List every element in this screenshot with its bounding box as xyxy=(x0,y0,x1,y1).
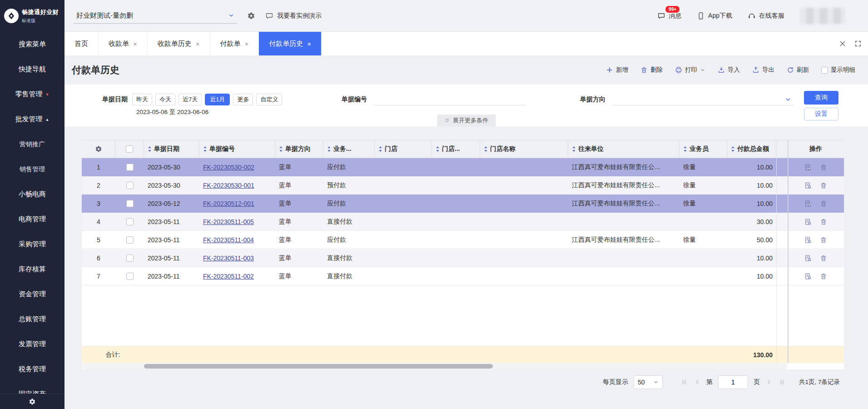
toolbar-print-button[interactable]: 打印 xyxy=(675,66,705,74)
settings-button[interactable]: 设置 xyxy=(804,108,838,120)
doc-no-link[interactable]: FK-20230511-003 xyxy=(203,254,254,262)
table-row[interactable]: 52023-05-11FK-20230511-004蓝单应付款江西真可爱布娃娃有… xyxy=(82,231,844,249)
date-option[interactable]: 更多 xyxy=(233,94,253,105)
view-detail-icon[interactable] xyxy=(804,254,812,262)
toolbar-show-detail-button[interactable]: 显示明细 xyxy=(821,66,855,74)
sort-icon[interactable] xyxy=(203,146,207,152)
column-header-salesman[interactable]: 业务员 xyxy=(680,140,727,158)
row-checkbox[interactable] xyxy=(126,200,134,207)
delete-row-icon[interactable] xyxy=(820,273,827,280)
column-header-amount[interactable]: 付款总金额 xyxy=(727,140,776,158)
date-option[interactable]: 近1月 xyxy=(205,94,230,105)
messages-button[interactable]: 99+ 消息 xyxy=(657,12,681,20)
sort-icon[interactable] xyxy=(436,146,440,152)
tab-item[interactable]: 付款单× xyxy=(210,32,259,55)
toolbar-delete-button[interactable]: 删除 xyxy=(640,66,663,74)
doc-no-link[interactable]: FK-20230512-001 xyxy=(203,200,254,207)
table-row[interactable]: 22023-05-30FK-20230530-001蓝单预付款江西真可爱布娃娃有… xyxy=(82,176,844,195)
view-detail-icon[interactable] xyxy=(804,200,812,207)
sidebar-settings-bar[interactable] xyxy=(0,394,64,409)
sidebar-item[interactable]: 库存核算 xyxy=(0,257,64,282)
tab-item[interactable]: 收款单历史× xyxy=(148,32,210,55)
toolbar-add-button[interactable]: 新增 xyxy=(606,66,628,74)
sidebar-item[interactable]: 批发管理▲ xyxy=(0,107,64,132)
date-option[interactable]: 今天 xyxy=(155,94,175,105)
date-option[interactable]: 昨天 xyxy=(132,94,152,105)
toolbar-import-button[interactable]: 导入 xyxy=(718,66,740,74)
sort-icon[interactable] xyxy=(484,146,488,152)
sort-icon[interactable] xyxy=(731,146,735,152)
close-tab-icon[interactable] xyxy=(839,40,846,47)
sidebar-item[interactable]: 采购管理 xyxy=(0,232,64,257)
table-row[interactable]: 32023-05-12FK-20230512-001蓝单应付款江西真可爱布娃娃有… xyxy=(82,195,844,213)
delete-row-icon[interactable] xyxy=(820,164,827,171)
table-row[interactable]: 62023-05-11FK-20230511-003蓝单直接付款10.00 xyxy=(82,249,844,267)
column-header-store2[interactable]: 门店... xyxy=(432,140,480,158)
gear-icon[interactable] xyxy=(29,398,36,405)
doc-no-link[interactable]: FK-20230511-004 xyxy=(203,236,254,244)
column-header-date[interactable]: 单据日期 xyxy=(144,140,199,158)
column-header-doc_no[interactable]: 单据编号 xyxy=(199,140,275,158)
sort-icon[interactable] xyxy=(148,146,152,152)
table-row[interactable]: 12023-05-30FK-20230530-002蓝单应付款江西真可爱布娃娃有… xyxy=(82,158,844,176)
column-header-store[interactable]: 门店 xyxy=(375,140,432,158)
toolbar-export-button[interactable]: 导出 xyxy=(752,66,774,74)
prev-page-icon[interactable] xyxy=(694,379,701,386)
toolbar-refresh-button[interactable]: 刷新 xyxy=(787,66,809,74)
tab-item[interactable]: 首页 xyxy=(64,32,99,55)
table-settings-icon[interactable] xyxy=(95,145,102,153)
sidebar-item[interactable]: 总账管理 xyxy=(0,307,64,332)
row-checkbox[interactable] xyxy=(126,218,134,225)
sidebar-item[interactable]: 小畅电商 xyxy=(0,182,64,207)
doc-no-link[interactable]: FK-20230530-002 xyxy=(203,164,254,171)
first-page-icon[interactable] xyxy=(681,379,688,386)
sidebar-item[interactable]: 资金管理 xyxy=(0,282,64,307)
tab-active[interactable]: 付款单历史× xyxy=(259,32,321,55)
table-row[interactable]: 72023-05-11FK-20230511-002蓝单直接付款10.00 xyxy=(82,267,844,285)
close-tab-icon[interactable]: × xyxy=(133,40,137,48)
doc-no-link[interactable]: FK-20230530-001 xyxy=(203,182,254,189)
sidebar-item[interactable]: 营销推广 xyxy=(0,132,64,157)
sidebar-item[interactable]: 发票管理 xyxy=(0,332,64,357)
column-header-direction[interactable]: 单据方向 xyxy=(275,140,323,158)
doc-no-link[interactable]: FK-20230511-005 xyxy=(203,218,254,225)
org-selector[interactable]: 好业财测试-量勿删 xyxy=(74,8,237,24)
column-header-biz_type[interactable]: 业务... xyxy=(323,140,375,158)
tab-item[interactable]: 收款单× xyxy=(99,32,148,55)
view-detail-icon[interactable] xyxy=(804,164,812,171)
row-checkbox[interactable] xyxy=(126,182,134,189)
app-download-button[interactable]: App下载 xyxy=(697,12,732,20)
doc-no-input[interactable] xyxy=(373,94,526,105)
view-detail-icon[interactable] xyxy=(804,218,812,225)
sidebar-item[interactable]: 快捷导航 xyxy=(0,57,64,82)
date-option[interactable]: 自定义 xyxy=(256,94,282,105)
row-checkbox[interactable] xyxy=(126,236,134,244)
expand-more-button[interactable]: 展开更多条件 xyxy=(437,115,496,126)
row-checkbox[interactable] xyxy=(126,273,134,280)
fullscreen-icon[interactable] xyxy=(854,40,862,47)
sort-icon[interactable] xyxy=(572,146,576,152)
select-all-checkbox[interactable] xyxy=(126,145,133,153)
sidebar-item[interactable]: 税务管理 xyxy=(0,357,64,382)
date-option[interactable]: 近7天 xyxy=(179,94,202,105)
last-page-icon[interactable] xyxy=(778,379,785,386)
doc-no-link[interactable]: FK-20230511-002 xyxy=(203,273,254,280)
delete-row-icon[interactable] xyxy=(820,218,827,225)
delete-row-icon[interactable] xyxy=(820,200,827,207)
user-name-redacted[interactable] xyxy=(800,8,845,24)
query-button[interactable]: 查询 xyxy=(804,91,838,105)
sort-icon[interactable] xyxy=(378,146,382,152)
sort-icon[interactable] xyxy=(327,146,331,152)
page-input[interactable] xyxy=(718,375,748,389)
direction-select[interactable] xyxy=(612,94,794,105)
close-tab-icon[interactable]: × xyxy=(245,40,249,48)
table-row[interactable]: 42023-05-11FK-20230511-005蓝单直接付款30.00 xyxy=(82,213,844,231)
sidebar-item[interactable]: 搜索菜单 xyxy=(0,32,64,57)
view-detail-icon[interactable] xyxy=(804,236,812,244)
row-checkbox[interactable] xyxy=(126,164,134,171)
show-detail-checkbox[interactable] xyxy=(821,67,828,74)
sort-icon[interactable] xyxy=(683,146,687,152)
per-page-select[interactable]: 50 xyxy=(634,375,663,389)
horizontal-scrollbar[interactable] xyxy=(82,363,788,369)
gear-icon[interactable] xyxy=(247,12,255,20)
